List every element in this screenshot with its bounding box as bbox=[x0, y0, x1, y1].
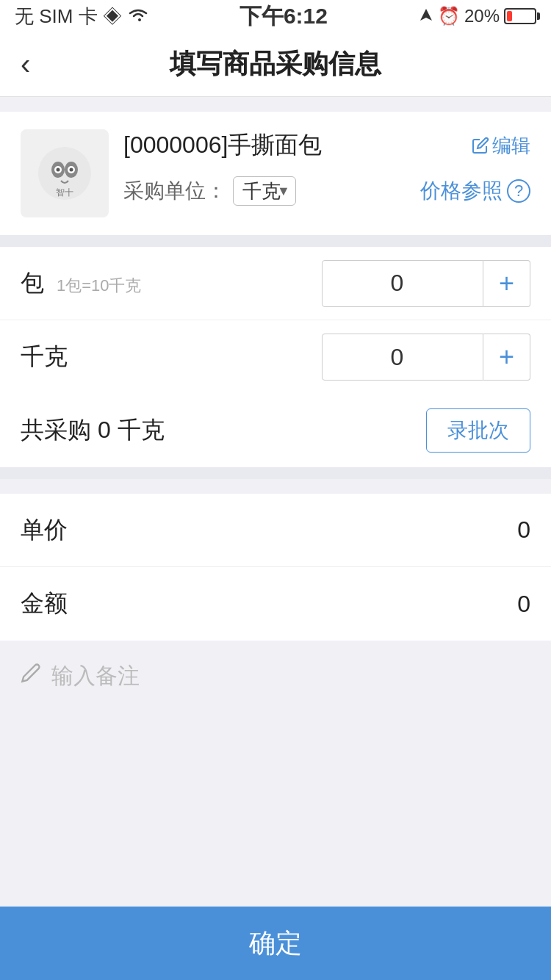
kg-label: 千克 bbox=[21, 341, 168, 373]
price-section: 单价 0 金额 0 bbox=[0, 494, 551, 641]
confirm-label: 确定 bbox=[249, 926, 302, 962]
input-section: 包 1包=10千克 + 千克 + bbox=[0, 247, 551, 394]
unit-label: 采购单位： bbox=[123, 179, 226, 202]
unit-label-wrap: 采购单位： 千克 bbox=[123, 176, 296, 206]
unit-price-label: 单价 bbox=[21, 514, 68, 547]
sim-indicator: 无 SIM 卡 ◈ bbox=[15, 4, 122, 29]
kg-plus-button[interactable]: + bbox=[483, 334, 530, 381]
nav-bar: ‹ 填写商品采购信息 bbox=[0, 32, 551, 97]
status-left: 无 SIM 卡 ◈ bbox=[15, 4, 148, 29]
status-bar: 无 SIM 卡 ◈ 下午6:12 ⏰ 20% bbox=[0, 0, 551, 32]
kg-quantity-input[interactable] bbox=[322, 334, 483, 381]
unit-price-value: 0 bbox=[517, 516, 530, 544]
bag-input-wrap: + bbox=[168, 260, 530, 307]
remark-placeholder: 输入备注 bbox=[51, 661, 140, 691]
summary-text: 共采购 0 千克 bbox=[21, 414, 165, 447]
price-ref-label: 价格参照 bbox=[420, 177, 503, 205]
wifi-icon bbox=[128, 5, 148, 28]
price-ref-help-icon: ? bbox=[507, 179, 530, 203]
summary-row: 共采购 0 千克 录批次 bbox=[0, 394, 551, 467]
status-right: ⏰ 20% bbox=[419, 6, 536, 26]
kg-input-row: 千克 + bbox=[0, 320, 551, 394]
edit-label: 编辑 bbox=[492, 133, 530, 159]
confirm-button[interactable]: 确定 bbox=[0, 907, 551, 980]
battery-percent: 20% bbox=[464, 6, 500, 26]
divider-band-2 bbox=[0, 467, 551, 479]
product-name-row: [0000006]手撕面包 编辑 bbox=[123, 129, 530, 162]
product-image: 智十 bbox=[21, 129, 109, 217]
product-logo: 智十 bbox=[35, 144, 94, 203]
amount-label: 金额 bbox=[21, 588, 68, 620]
amount-value: 0 bbox=[517, 591, 530, 618]
bag-sub: 1包=10千克 bbox=[57, 276, 142, 295]
svg-text:智十: 智十 bbox=[56, 187, 73, 198]
batch-button[interactable]: 录批次 bbox=[426, 408, 530, 453]
location-icon bbox=[419, 6, 433, 26]
unit-select-wrap[interactable]: 千克 bbox=[233, 176, 296, 206]
unit-price-row: 单价 0 bbox=[0, 494, 551, 567]
bag-plus-button[interactable]: + bbox=[483, 260, 530, 307]
bag-quantity-input[interactable] bbox=[322, 260, 483, 307]
pencil-icon bbox=[21, 663, 41, 688]
battery-icon bbox=[504, 8, 536, 24]
back-button[interactable]: ‹ bbox=[21, 48, 30, 81]
svg-point-6 bbox=[70, 168, 73, 172]
divider-band-1 bbox=[0, 235, 551, 247]
product-card: 智十 [0000006]手撕面包 编辑 采购单位： 千克 bbox=[0, 112, 551, 235]
unit-select[interactable]: 千克 bbox=[233, 176, 296, 206]
amount-row: 金额 0 bbox=[0, 567, 551, 641]
product-info: [0000006]手撕面包 编辑 采购单位： 千克 价格参照 bbox=[123, 129, 530, 206]
bag-label: 包 1包=10千克 bbox=[21, 267, 168, 300]
remark-area[interactable]: 输入备注 bbox=[0, 641, 551, 729]
product-full-name: [0000006]手撕面包 bbox=[123, 129, 322, 162]
edit-button[interactable]: 编辑 bbox=[472, 133, 530, 159]
price-ref-button[interactable]: 价格参照 ? bbox=[420, 177, 530, 205]
unit-row: 采购单位： 千克 价格参照 ? bbox=[123, 176, 530, 206]
alarm-icon: ⏰ bbox=[438, 6, 460, 26]
bag-input-row: 包 1包=10千克 + bbox=[0, 247, 551, 320]
status-time: 下午6:12 bbox=[240, 1, 328, 32]
page-title: 填写商品采购信息 bbox=[170, 46, 381, 82]
kg-input-wrap: + bbox=[168, 334, 530, 381]
svg-point-5 bbox=[57, 168, 60, 172]
